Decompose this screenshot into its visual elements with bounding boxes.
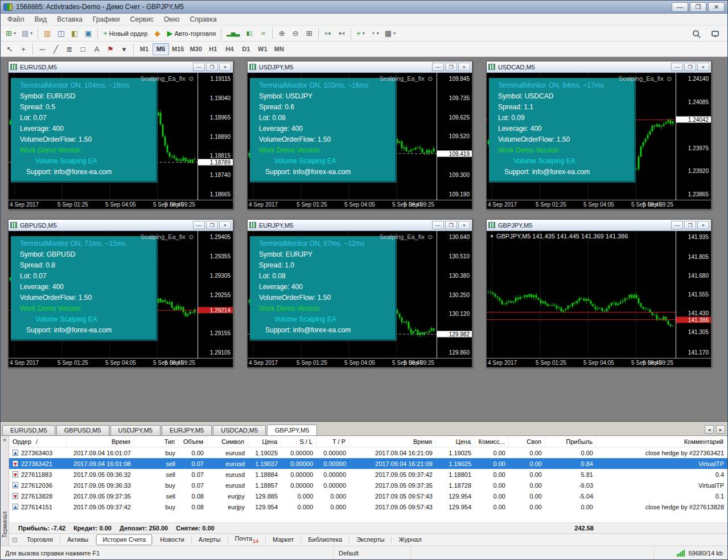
zoom-in-button[interactable]: ⊕	[275, 27, 289, 40]
chart-candles-button[interactable]: ▮▯	[242, 27, 256, 40]
chart-window-usdjpy[interactable]: USDJPY,M5 — ❐ × TerminalMonitor ON, 103m…	[247, 61, 472, 209]
status-profile[interactable]: Default	[334, 546, 412, 559]
objects-dropdown-button[interactable]: ▾	[117, 42, 131, 56]
chart-minimize-button[interactable]: —	[671, 221, 683, 229]
terminal-tab-journal[interactable]: Журнал	[392, 534, 427, 545]
chart-tab-gbpjpy[interactable]: GBPJPY,M5	[267, 425, 317, 435]
column-header-open-price[interactable]: Цена	[248, 436, 281, 447]
chart-tab-eurusd[interactable]: EURUSD,M5	[2, 425, 55, 435]
time-axis[interactable]: 4 Sep 20175 Sep 01:255 Sep 04:055 Sep 06…	[9, 200, 233, 209]
menu-file[interactable]: Файл	[2, 14, 30, 24]
timeframe-mn-button[interactable]: MN	[271, 43, 287, 55]
history-row-227614151[interactable]: 2276141512017.09.05 09:37:42buy0.08eurjp…	[9, 501, 727, 512]
chart-line-button[interactable]: ≈	[256, 27, 270, 40]
ea-smiley-icon[interactable]: ☺	[666, 75, 673, 83]
timeframe-m1-button[interactable]: M1	[136, 43, 153, 55]
terminal-tab-mailbox[interactable]: Почта14	[229, 533, 265, 546]
cursor-button[interactable]: ↖	[3, 42, 17, 56]
menu-charts[interactable]: Графики	[88, 14, 125, 24]
tab-scroll-right-icon[interactable]: ▸	[716, 425, 725, 434]
price-scale[interactable]: 1.294051.293551.293051.292551.291551.291…	[198, 231, 233, 358]
column-header-type[interactable]: Тип	[134, 436, 179, 447]
search-button[interactable]	[689, 27, 702, 40]
timeframe-d1-button[interactable]: D1	[238, 43, 254, 55]
column-header-open-time[interactable]: Время	[67, 436, 134, 447]
chart-titlebar[interactable]: EURUSD,M5 — ❐ ×	[9, 61, 233, 73]
chart-restore-button[interactable]: ❐	[684, 221, 696, 229]
chart-titlebar[interactable]: USDJPY,M5 — ❐ ×	[248, 61, 472, 73]
chart-shift-button[interactable]: ↤	[335, 27, 348, 40]
horizontal-line-button[interactable]: ─	[35, 42, 49, 56]
chart-window-eurjpy[interactable]: EURJPY,M5 — ❐ × TerminalMonitor ON, 87ms…	[247, 219, 472, 368]
terminal-tab-trade[interactable]: Торговля	[20, 534, 59, 545]
time-axis[interactable]: 4 Sep 20175 Sep 01:255 Sep 04:055 Sep 06…	[487, 200, 711, 209]
chat-button[interactable]	[708, 27, 722, 40]
price-scale[interactable]: 109.845109.735109.625109.520109.300109.1…	[437, 73, 472, 200]
chart-tab-usdjpy[interactable]: USDJPY,M5	[110, 425, 161, 435]
indicators-button[interactable]: +▾	[353, 27, 368, 40]
timeframe-w1-button[interactable]: W1	[254, 43, 271, 55]
chart-area[interactable]: ▼ GBPJPY,M5 141.435 141.445 141.369 141.…	[487, 231, 711, 367]
chart-close-button[interactable]: ×	[219, 221, 231, 229]
history-row-227363403[interactable]: 2273634032017.09.04 16:01:07buy0.00eurus…	[9, 447, 727, 458]
chart-area[interactable]: TerminalMonitor ON, 71ms, ~15ms Symbol: …	[9, 231, 233, 367]
column-header-volume[interactable]: Объем	[179, 436, 207, 447]
chart-area[interactable]: TerminalMonitor ON, 84ms, ~17ms Symbol: …	[487, 73, 711, 209]
chart-window-usdcad[interactable]: USDCAD,M5 — ❐ × TerminalMonitor ON, 84ms…	[486, 61, 711, 209]
ea-smiley-icon[interactable]: ☺	[427, 233, 434, 241]
terminal-dock-handle[interactable]	[13, 538, 17, 542]
chart-area[interactable]: TerminalMonitor ON, 104ms, ~16ms Symbol:…	[9, 73, 233, 209]
column-header-tp[interactable]: T / P	[316, 436, 349, 447]
chart-restore-button[interactable]: ❐	[684, 63, 696, 71]
chart-minimize-button[interactable]: —	[193, 221, 205, 229]
price-scale[interactable]: 141.935141.805141.680141.555141.430141.3…	[676, 231, 711, 358]
chart-close-button[interactable]: ×	[458, 63, 470, 71]
terminal-tab-market[interactable]: Маркет	[266, 534, 300, 545]
column-header-commission[interactable]: Комисс...	[475, 436, 509, 447]
time-axis[interactable]: 4 Sep 20175 Sep 01:255 Sep 04:055 Sep 06…	[248, 200, 472, 209]
column-header-symbol[interactable]: Символ	[207, 436, 248, 447]
chart-restore-button[interactable]: ❐	[206, 63, 218, 71]
chart-tab-eurjpy[interactable]: EURJPY,M5	[162, 425, 212, 435]
periods-button[interactable]: ◔▾	[368, 27, 382, 40]
column-header-close-time[interactable]: Время	[349, 436, 436, 447]
terminal-tab-alerts[interactable]: Алерты	[192, 534, 227, 545]
shapes-button[interactable]: □	[76, 42, 90, 56]
chart-restore-button[interactable]: ❐	[206, 221, 218, 229]
timeframe-m30-button[interactable]: M30	[187, 43, 204, 55]
window-minimize-button[interactable]: —	[672, 2, 688, 12]
history-row-227613828[interactable]: 2276138282017.09.05 09:37:35sell0.08eurj…	[9, 491, 727, 501]
chart-minimize-button[interactable]: —	[432, 63, 444, 71]
chart-window-gbpjpy[interactable]: GBPJPY,M5 — ❐ × ▼ GBPJPY,M5 141.435 141.…	[486, 219, 711, 368]
history-row-227363421[interactable]: 2273634212017.09.04 16:01:08sell0.07euru…	[9, 458, 727, 469]
window-restore-button[interactable]: ❐	[690, 2, 706, 12]
market-watch-button[interactable]: ▥	[40, 27, 54, 40]
price-scale[interactable]: 1.241401.240851.239751.239201.238651.240…	[676, 73, 711, 200]
metaeditor-button[interactable]: ◆	[150, 27, 164, 40]
tile-windows-button[interactable]: ⊞	[302, 27, 316, 40]
text-button[interactable]: A	[90, 42, 104, 56]
menu-insert[interactable]: Вставка	[52, 14, 88, 24]
column-header-sl[interactable]: S / L	[281, 436, 316, 447]
chart-close-button[interactable]: ×	[697, 63, 709, 71]
chart-bars-button[interactable]: ▂▅▃	[224, 27, 242, 40]
crosshair-button[interactable]: +	[17, 42, 30, 56]
terminal-toggle-button[interactable]: ▣	[81, 27, 95, 40]
column-header-order[interactable]: Ордер/	[9, 436, 67, 447]
chart-close-button[interactable]: ×	[697, 221, 709, 229]
chart-titlebar[interactable]: USDCAD,M5 — ❐ ×	[487, 61, 711, 73]
chart-area[interactable]: TerminalMonitor ON, 103ms, ~16ms Symbol:…	[248, 73, 472, 209]
terminal-tab-library[interactable]: Библиотека	[302, 534, 348, 545]
time-axis[interactable]: 4 Sep 20175 Sep 01:255 Sep 04:055 Sep 06…	[9, 358, 233, 367]
terminal-tab-account-history[interactable]: История Счета	[96, 534, 152, 545]
chart-window-gbpusd[interactable]: GBPUSD,M5 — ❐ × TerminalMonitor ON, 71ms…	[8, 219, 233, 368]
ea-smiley-icon[interactable]: ☺	[427, 75, 434, 83]
column-header-comment[interactable]: Комментарий	[597, 436, 727, 447]
auto-scroll-button[interactable]: ↦	[321, 27, 335, 40]
chart-minimize-button[interactable]: —	[671, 63, 683, 71]
window-titlebar[interactable]: 1568885: Activtrades-Demo - Демо Счет - …	[1, 1, 727, 14]
window-close-button[interactable]: ✕	[708, 2, 725, 12]
menu-tools[interactable]: Сервис	[125, 14, 159, 24]
price-scale[interactable]: 130.640130.510130.380130.250130.120129.8…	[437, 231, 472, 358]
chart-close-button[interactable]: ×	[219, 63, 231, 71]
